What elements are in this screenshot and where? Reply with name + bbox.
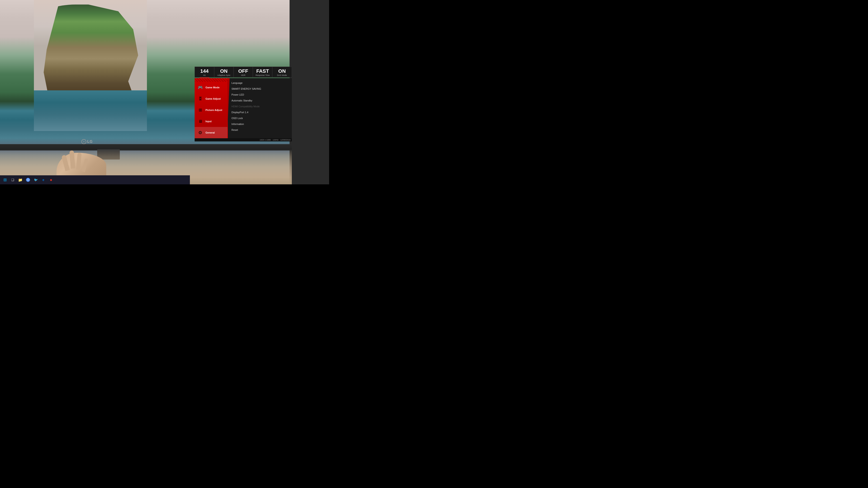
input-label: Input	[206, 120, 212, 123]
submenu-reset[interactable]: Reset	[228, 127, 292, 133]
adaptive-sync-value: ON	[216, 69, 232, 74]
lg-logo-area: ⊙ LG	[81, 139, 93, 144]
taskbar-app-red-icon[interactable]: ●	[48, 177, 54, 183]
picture-adjust-label: Picture Adjust	[206, 109, 222, 111]
lg-circle-icon: ⊙	[81, 139, 86, 144]
menu-item-game-mode[interactable]: 🎮 Game Mode	[195, 82, 227, 93]
taskbar-task-view-icon[interactable]: ❑	[9, 177, 16, 183]
hz-label: Hz	[196, 74, 213, 76]
hdr-value: OFF	[235, 69, 252, 74]
game-mode-label: Game Mode	[206, 86, 219, 89]
taskbar-twitter-icon[interactable]: 🐦	[33, 177, 39, 183]
submenu-power-led[interactable]: Power LED	[228, 92, 292, 98]
taskbar-windows-icon[interactable]: ⊞	[2, 177, 8, 183]
response-time-label: Response Time	[254, 74, 271, 76]
das-mode-value: ON	[274, 69, 290, 74]
hdr-label: HDR	[235, 74, 252, 76]
general-icon: ⚙	[197, 129, 204, 136]
status-hz: 144 Hz	[195, 67, 214, 77]
response-time-value: FAST	[254, 69, 271, 74]
status-das-mode: ON DAS Mode	[272, 67, 291, 77]
taskbar-folder-icon[interactable]: 📁	[17, 177, 24, 183]
sidebar-menu: 🎮 Game Mode 🎛 Game Adjust ⊞ Picture Adju…	[195, 78, 227, 138]
das-mode-label: DAS Mode	[274, 74, 290, 76]
status-adaptive-sync: ON Adaptive-Sync	[214, 67, 234, 77]
input-icon: 🖥	[197, 118, 204, 125]
taskbar-chrome-icon[interactable]	[25, 177, 31, 183]
sidebar-stripe	[195, 78, 227, 82]
menu-item-input[interactable]: 🖥 Input	[195, 116, 227, 127]
bottom-bar: 1920 x 1080 144Hz 12/09/2019	[195, 138, 292, 141]
submenu-smart-energy-saving[interactable]: SMART ENERGY SAVING	[228, 86, 292, 92]
picture-adjust-icon: ⊞	[197, 107, 204, 113]
submenu-displayport-14[interactable]: DisplayPort 1.4	[228, 109, 292, 115]
right-bezel	[289, 0, 329, 184]
submenu-automatic-standby[interactable]: Automatic Standby	[228, 98, 292, 103]
status-response-time: FAST Response Time	[253, 67, 272, 77]
status-bar: 144 Hz ON Adaptive-Sync OFF HDR FAST Res…	[195, 67, 292, 77]
hz-value: 144	[196, 69, 213, 74]
taskbar-edge-icon[interactable]: e	[40, 177, 46, 183]
menu-area: 🎮 Game Mode 🎛 Game Adjust ⊞ Picture Adju…	[195, 78, 292, 138]
frequency-info: 144Hz	[273, 139, 278, 141]
adaptive-sync-label: Adaptive-Sync	[216, 74, 232, 76]
osd-container: 144 Hz ON Adaptive-Sync OFF HDR FAST Res…	[195, 67, 292, 141]
lg-brand-text: LG	[87, 140, 93, 144]
submenu-information[interactable]: Information	[228, 121, 292, 127]
taskbar: ⊞ ❑ 📁 🐦 e ●	[0, 175, 190, 184]
water	[34, 90, 147, 131]
submenu-language[interactable]: Language	[228, 80, 292, 86]
svg-point-2	[27, 179, 29, 181]
game-mode-icon: 🎮	[197, 84, 204, 91]
submenu-panel: Language SMART ENERGY SAVING Power LED A…	[228, 78, 292, 138]
resolution-info: 1920 x 1080	[259, 139, 271, 141]
status-hdr: OFF HDR	[234, 67, 253, 77]
menu-item-game-adjust[interactable]: 🎛 Game Adjust	[195, 93, 227, 104]
submenu-osd-lock[interactable]: OSD Lock	[228, 115, 292, 121]
island-scene	[34, 0, 147, 131]
menu-item-general[interactable]: ⚙ General	[195, 127, 227, 138]
game-adjust-icon: 🎛	[197, 95, 204, 102]
submenu-hdmi-compatibility-mode[interactable]: HDMI Compatibility Mode	[228, 103, 292, 109]
menu-item-picture-adjust[interactable]: ⊞ Picture Adjust	[195, 104, 227, 116]
game-adjust-label: Game Adjust	[206, 97, 221, 100]
date-info: 12/09/2019	[280, 139, 290, 141]
general-label: General	[206, 131, 215, 134]
